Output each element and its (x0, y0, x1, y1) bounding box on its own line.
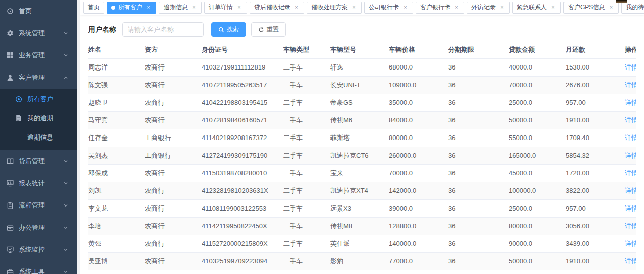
cell-monthly_payment: 957.00 (566, 94, 625, 111)
close-icon[interactable]: × (608, 4, 614, 11)
cell-id_card: 411503198708280010 (202, 164, 283, 182)
sidebar-item-system-management[interactable]: 系统管理 (0, 22, 77, 44)
detail-link[interactable]: 详情 (625, 169, 636, 177)
column-header-vehicle_price: 车辆价格 (389, 42, 448, 58)
tab-overdue-info[interactable]: 逾期信息× (159, 2, 202, 14)
cell-id_card: 410721199505263517 (202, 76, 283, 94)
cell-monthly_payment: 3439.00 (566, 235, 625, 252)
detail-link[interactable]: 详情 (625, 257, 636, 265)
cell-vehicle_price: 109000.0 (389, 76, 448, 94)
detail-link[interactable]: 详情 (625, 63, 636, 71)
chevron-down-icon (63, 203, 68, 208)
detail-link[interactable]: 详情 (625, 152, 636, 159)
table-header-row: 姓名资方身份证号车辆类型车辆型号车辆价格分期期限贷款金额月还款操作 (88, 42, 636, 58)
detail-link[interactable]: 详情 (625, 222, 636, 230)
sidebar-item-postloan-management[interactable]: 贷后管理 (0, 150, 77, 172)
search-label: 用户名称 (88, 25, 116, 34)
close-icon[interactable]: × (236, 4, 243, 11)
cell-id_card: 411081199003122553 (202, 199, 283, 217)
tab-collection-plan[interactable]: 催收处理方案× (307, 2, 362, 14)
cell-term: 36 (448, 147, 509, 164)
tab-customer-gps-info[interactable]: 客户GPS信息× (564, 2, 619, 14)
sidebar-item-system-monitor[interactable]: 系统监控 (0, 239, 77, 261)
close-icon[interactable]: × (145, 4, 152, 11)
cell-term: 36 (448, 129, 509, 147)
cell-name: 陈文强 (88, 76, 145, 94)
sidebar-item-my-overdue[interactable]: 我的逾期 (0, 109, 77, 128)
toolbox-icon (7, 268, 14, 274)
cell-action: 详情 (625, 235, 636, 252)
cell-vehicle_type: 二手车 (283, 270, 330, 274)
search-button[interactable]: 搜索 (211, 22, 246, 37)
cell-vehicle_price: 35000.0 (389, 94, 448, 111)
cell-term: 36 (448, 199, 509, 217)
reset-button[interactable]: 重置 (251, 22, 286, 37)
tab-postloan-collection-records[interactable]: 贷后催收记录× (250, 2, 304, 14)
sidebar-item-all-customers[interactable]: 所有客户 (0, 90, 77, 109)
close-icon[interactable]: × (402, 4, 409, 11)
sidebar-item-system-tools[interactable]: 系统工具 (0, 261, 77, 274)
close-icon[interactable]: × (293, 4, 300, 11)
sidebar-item-label: 逾期信息 (27, 133, 77, 142)
sidebar-item-overdue-info[interactable]: 逾期信息 (0, 128, 77, 147)
cell-action: 详情 (625, 111, 636, 129)
cell-monthly_payment: 5854.32 (566, 147, 625, 164)
sidebar-item-customer-management[interactable]: 客户管理 (0, 66, 77, 89)
cell-vehicle_model: 英仕派 (330, 235, 389, 252)
close-icon[interactable]: × (351, 4, 357, 11)
office-icon (7, 224, 14, 231)
sidebar-item-process-management[interactable]: 流程管理 (0, 194, 77, 217)
close-icon[interactable]: × (453, 4, 460, 11)
cell-funder: 农商行 (145, 58, 202, 76)
cell-funder: 工商银行 (145, 147, 202, 164)
cell-funder: 农商行 (145, 94, 202, 111)
tab-company-bank-card[interactable]: 公司银行卡× (364, 2, 413, 14)
cell-loan_amount: 100000.0 (509, 182, 566, 199)
cell-name: 李文龙 (88, 199, 145, 217)
cell-loan_amount: 70000.0 (509, 76, 566, 94)
document-icon (15, 115, 22, 122)
search-form: 用户名称 搜索 重置 (88, 22, 636, 37)
tab-label: 我的待办 (626, 3, 644, 12)
sidebar-item-report-statistics[interactable]: 报表统计 (0, 172, 77, 194)
cell-id_card: 411402199208167372 (202, 129, 283, 147)
sidebar-item-label: 业务管理 (19, 51, 63, 60)
cell-term: 36 (448, 94, 509, 111)
detail-link[interactable]: 详情 (625, 99, 636, 106)
tab-my-todo[interactable]: 我的待办× (621, 2, 644, 14)
column-header-vehicle_type: 车辆类型 (283, 42, 330, 58)
sidebar-item-office-management[interactable]: 办公管理 (0, 217, 77, 239)
cell-vehicle_price: 80000.0 (389, 129, 448, 147)
detail-link[interactable]: 详情 (625, 116, 636, 124)
cell-name: 王明杰 (88, 270, 145, 274)
cell-vehicle_price: 260000.0 (389, 147, 448, 164)
content-area: 用户名称 搜索 重置 姓名资方身份证号车辆类型车辆型号车辆价格分期 (80, 15, 644, 274)
close-icon[interactable]: × (550, 4, 556, 11)
close-icon[interactable]: × (499, 4, 505, 11)
cell-loan_amount: 50000.0 (509, 111, 566, 129)
sidebar-item-home[interactable]: 首页 (0, 0, 77, 22)
cell-vehicle_type: 二手车 (283, 217, 330, 235)
tab-customer-bank-card[interactable]: 客户银行卡× (416, 2, 464, 14)
cell-id_card: 410325199709223094 (202, 252, 283, 270)
detail-link[interactable]: 详情 (625, 187, 636, 194)
cell-vehicle_model: 影豹 (330, 252, 389, 270)
cell-id_card: 41152720000215809X (202, 235, 283, 252)
cell-id_card: 41232819810203631X (202, 182, 283, 199)
tab-order-detail[interactable]: 订单详情× (204, 2, 247, 14)
detail-link[interactable]: 详情 (625, 81, 636, 89)
detail-link[interactable]: 详情 (625, 134, 636, 142)
close-icon[interactable]: × (191, 4, 197, 11)
tab-visit-records[interactable]: 外访记录× (467, 2, 510, 14)
tab-emergency-contacts[interactable]: 紧急联系人× (512, 2, 561, 14)
tab-home[interactable]: 首页 (83, 2, 104, 14)
detail-link[interactable]: 详情 (625, 240, 636, 247)
cell-name: 吴亚博 (88, 252, 145, 270)
detail-link[interactable]: 详情 (625, 204, 636, 212)
cell-vehicle_model: 凯迪拉克XT4 (330, 182, 389, 199)
cell-action: 详情 (625, 94, 636, 111)
tab-label: 首页 (88, 3, 100, 12)
tab-all-customers[interactable]: 所有客户× (107, 2, 156, 14)
sidebar-item-business-management[interactable]: 业务管理 (0, 44, 77, 66)
search-input[interactable] (122, 22, 204, 37)
